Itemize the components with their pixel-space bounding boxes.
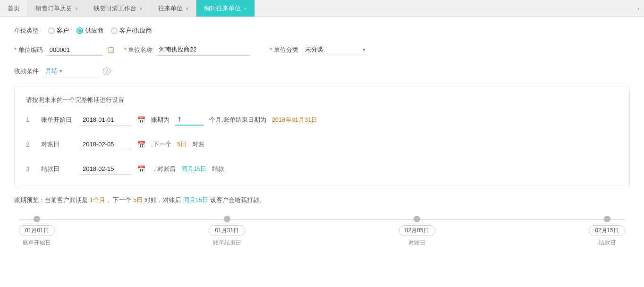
unit-category-select[interactable]: 未分类 ▾ [302, 43, 368, 56]
reconcile-highlight: 5日 [177, 140, 186, 149]
preview-text: 账期预览：当前客户账期是 1个月， 下一个 5日 对账，对账后 同月15日 该客… [14, 196, 630, 204]
tl-date-3: 02月05日 [405, 227, 429, 234]
payment-highlight: 同月15日 [181, 165, 206, 173]
radio-supplier-label: 供应商 [85, 26, 103, 35]
reconcile-desc-suffix: 对账 [192, 140, 204, 149]
timeline-point-3: 02月05日 对账日 [399, 216, 435, 247]
period-unit: 个月,账单结束日期为 [209, 116, 266, 124]
tab-cash-work[interactable]: 钱货日清工作台 × [86, 0, 150, 17]
payment-field: 收款条件 月结 ▾ ? [14, 65, 110, 77]
setting-row-2: 2 对账日 📅 ,下一个 5日 对账 [26, 139, 618, 150]
timeline-point-2: 01月31日 账单结束日 [209, 216, 245, 247]
payment-date-calendar-icon[interactable]: 📅 [137, 165, 145, 173]
preview-highlight1: 1个月， [90, 196, 111, 203]
unit-name-field: 单位名称 [124, 44, 251, 56]
tab-more-button[interactable]: › [633, 0, 644, 17]
unit-category-label: 单位分类 [270, 46, 298, 54]
tab-more-icon: › [637, 5, 639, 12]
tab-cash-work-label: 钱货日清工作台 [93, 4, 136, 13]
chevron-down-icon: ▾ [363, 47, 365, 53]
preview-mid2: 对账，对账后 [144, 196, 181, 203]
timeline-container: 01月01日 账单开始日 01月31日 账单结束日 02月05日 [19, 216, 625, 249]
main-content: 单位类型 客户 供应商 客户/供应商 单位编码 📋 单位名称 [0, 17, 644, 287]
tl-dot-2 [224, 216, 230, 222]
unit-type-row: 单位类型 客户 供应商 客户/供应商 [14, 26, 630, 35]
tab-counterparty-close[interactable]: × [186, 6, 188, 11]
tab-sales-history-close[interactable]: × [75, 6, 78, 11]
preview-mid1: 下一个 [113, 196, 131, 203]
reconcile-date-calendar-icon[interactable]: 📅 [137, 141, 145, 148]
unit-type-label: 单位类型 [14, 26, 39, 35]
tl-label-1: 账单开始日 [23, 239, 51, 247]
preview-highlight2: 5日 [133, 196, 143, 203]
tl-box-2: 01月31日 [209, 225, 245, 236]
timeline-points: 01月01日 账单开始日 01月31日 账单结束日 02月05日 [19, 216, 625, 247]
tl-label-3: 对账日 [408, 239, 425, 247]
tab-edit-counterparty-close[interactable]: × [244, 6, 246, 11]
tab-home-label: 首页 [8, 4, 20, 13]
radio-both[interactable]: 客户/供应商 [111, 26, 152, 35]
row-num-2: 2 [26, 141, 35, 148]
tab-cash-work-close[interactable]: × [139, 6, 142, 11]
tl-dot-1 [34, 216, 40, 222]
payment-chevron-icon: ▾ [59, 68, 62, 74]
radio-both-circle [111, 27, 118, 34]
tl-date-2: 01月31日 [215, 227, 239, 234]
reconcile-desc-prefix: ,下一个 [151, 140, 171, 149]
period-value-input[interactable] [175, 114, 203, 126]
setting-row-1: 1 账单开始日 📅 账期为 个月,账单结束日期为 2018年01月31日 [26, 114, 618, 126]
radio-supplier-circle [76, 27, 83, 34]
tab-home[interactable]: 首页 [0, 0, 28, 17]
row-num-1: 1 [26, 116, 35, 123]
tl-date-1: 01月01日 [25, 227, 49, 234]
tl-box-1: 01月01日 [19, 225, 55, 236]
unit-type-field: 单位类型 [14, 26, 39, 35]
payment-select[interactable]: 月结 ▾ [42, 65, 99, 77]
unit-code-input[interactable] [47, 44, 103, 56]
timeline-point-4: 02月15日 结款日 [589, 216, 625, 247]
unit-name-input[interactable] [156, 44, 251, 56]
preview-suffix: 该客户会给我打款。 [210, 196, 265, 203]
tl-box-4: 02月15日 [589, 225, 625, 236]
unit-type-radio-group: 客户 供应商 客户/供应商 [48, 26, 152, 35]
tab-counterparty-label: 往来单位 [158, 4, 183, 13]
tab-counterparty[interactable]: 往来单位 × [151, 0, 196, 17]
tab-bar: 首页 销售订单历史 × 钱货日清工作台 × 往来单位 × 编辑往来单位 × › [0, 0, 644, 17]
unit-name-label: 单位名称 [124, 46, 153, 54]
reconcile-date-input[interactable] [80, 139, 132, 150]
start-date-calendar-icon[interactable]: 📅 [137, 116, 145, 124]
card-instruction: 请按照未来的一个完整帐期进行设置 [26, 96, 618, 104]
tl-label-4: 结款日 [599, 239, 616, 247]
row-label-3: 结款日 [41, 165, 74, 173]
radio-both-label: 客户/供应商 [119, 26, 152, 35]
unit-code-label: 单位编码 [14, 46, 43, 54]
row-label-1: 账单开始日 [41, 116, 74, 124]
unit-category-field: 单位分类 未分类 ▾ [270, 43, 368, 56]
row-num-3: 3 [26, 166, 35, 173]
tl-dot-3 [414, 216, 420, 222]
radio-customer-label: 客户 [57, 26, 69, 35]
tl-box-3: 02月05日 [399, 225, 435, 236]
question-icon[interactable]: ? [103, 68, 110, 75]
payment-value: 月结 [45, 67, 58, 75]
payment-date-input[interactable] [80, 163, 132, 175]
preview-highlight3: 同月15日 [183, 196, 208, 203]
tab-sales-history[interactable]: 销售订单历史 × [28, 0, 86, 17]
tab-edit-counterparty[interactable]: 编辑往来单位 × [196, 0, 254, 17]
unit-code-field: 单位编码 📋 [14, 44, 115, 56]
payment-desc-prefix: ，对账后 [151, 165, 176, 173]
timeline-point-1: 01月01日 账单开始日 [19, 216, 55, 247]
radio-customer[interactable]: 客户 [48, 26, 69, 35]
tab-edit-counterparty-label: 编辑往来单位 [204, 4, 241, 13]
start-date-input[interactable] [80, 114, 132, 126]
unit-info-row: 单位编码 📋 单位名称 单位分类 未分类 ▾ [14, 43, 630, 56]
card-section: 请按照未来的一个完整帐期进行设置 1 账单开始日 📅 账期为 个月,账单结束日期… [14, 86, 630, 188]
payment-row: 收款条件 月结 ▾ ? [14, 65, 630, 77]
radio-supplier[interactable]: 供应商 [76, 26, 103, 35]
radio-customer-circle [48, 27, 55, 34]
tl-dot-4 [604, 216, 610, 222]
copy-icon[interactable]: 📋 [107, 46, 115, 53]
period-label: 账期为 [151, 116, 169, 124]
payment-label: 收款条件 [14, 67, 39, 76]
tl-label-2: 账单结束日 [213, 239, 241, 247]
